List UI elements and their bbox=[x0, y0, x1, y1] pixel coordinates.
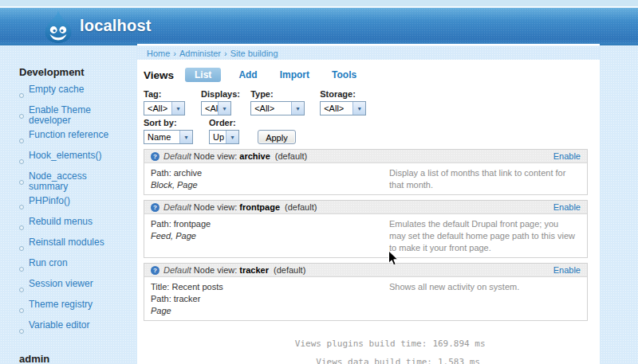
view-header: ? Default Node view: tracker (default) E… bbox=[144, 264, 587, 277]
leaf-bullet-icon bbox=[19, 281, 29, 296]
view-header: ? Default Node view: archive (default) E… bbox=[144, 150, 587, 163]
breadcrumb-site-building[interactable]: Site building bbox=[230, 49, 278, 58]
select-arrow-icon: ▾ bbox=[179, 131, 192, 143]
select-arrow-icon: ▾ bbox=[171, 102, 184, 115]
view-kind-label: Node view: bbox=[194, 265, 237, 275]
page-title: Views bbox=[144, 69, 174, 81]
sidebar-item-empty-cache[interactable]: Empty cache bbox=[19, 84, 137, 101]
view-title: Title: Recent posts bbox=[151, 281, 389, 293]
filter-type-label: Type: bbox=[250, 89, 310, 100]
leaf-bullet-icon bbox=[19, 153, 29, 167]
view-suffix: (default) bbox=[274, 265, 305, 275]
view-header: ? Default Node view: frontpage (default)… bbox=[144, 201, 587, 214]
leaf-bullet-icon bbox=[19, 87, 29, 101]
displays-select[interactable]: <All>▾ bbox=[201, 101, 231, 115]
view-row-archive: ? Default Node view: archive (default) E… bbox=[144, 149, 588, 195]
filter-order: Order: Up▾ bbox=[209, 118, 245, 144]
top-strip bbox=[0, 0, 638, 7]
leaf-bullet-icon bbox=[19, 108, 29, 122]
view-type-label: Default bbox=[163, 265, 191, 275]
view-body: Path: archive Block, Page Display a list… bbox=[144, 163, 587, 194]
select-arrow-icon: ▾ bbox=[218, 102, 230, 115]
view-type-label: Default bbox=[163, 202, 191, 212]
view-body: Title: Recent posts Path: tracker Page S… bbox=[144, 277, 587, 320]
site-name[interactable]: localhost bbox=[80, 17, 152, 35]
leaf-bullet-icon bbox=[19, 219, 29, 233]
select-arrow-icon: ▾ bbox=[352, 102, 365, 115]
view-suffix: (default) bbox=[285, 202, 317, 212]
tag-select[interactable]: <All>▾ bbox=[144, 101, 185, 115]
main-content-panel: Home›Administer›Site building Views List… bbox=[137, 44, 600, 364]
sidebar-item-session-viewer[interactable]: Session viewer bbox=[19, 279, 137, 296]
breadcrumb-separator: › bbox=[224, 49, 227, 58]
enable-link[interactable]: Enable bbox=[553, 202, 581, 212]
sidebar-item-rebuild-menus[interactable]: Rebuild menus bbox=[19, 217, 137, 233]
sidebar: Development Empty cache Enable Theme dev… bbox=[0, 45, 137, 364]
sidebar-item-theme-registry[interactable]: Theme registry bbox=[19, 299, 137, 316]
sidebar-heading-development: Development bbox=[19, 66, 137, 78]
select-arrow-icon: ▾ bbox=[226, 131, 238, 143]
plugins-build-time-value: 169.894 ms bbox=[432, 339, 485, 349]
view-displays: Block, Page bbox=[151, 179, 389, 191]
order-select[interactable]: Up▾ bbox=[209, 130, 239, 144]
view-row-tracker: ? Default Node view: tracker (default) E… bbox=[144, 263, 588, 321]
leaf-bullet-icon bbox=[19, 240, 29, 254]
sidebar-item-node-access-summary[interactable]: Node_access summary bbox=[19, 171, 137, 192]
tab-import[interactable]: Import bbox=[275, 68, 314, 82]
leaf-bullet-icon bbox=[19, 323, 29, 337]
drupal-logo-icon[interactable] bbox=[42, 10, 74, 48]
view-kind-label: Node view: bbox=[194, 151, 237, 161]
sidebar-item-function-reference[interactable]: Function reference bbox=[19, 130, 137, 147]
breadcrumb-home[interactable]: Home bbox=[147, 49, 170, 58]
filter-type: Type: <All>▾ bbox=[250, 89, 310, 115]
filter-sort-by-label: Sort by: bbox=[144, 118, 199, 128]
help-icon[interactable]: ? bbox=[151, 266, 160, 275]
view-displays: Feed, Page bbox=[151, 230, 389, 242]
view-path: Path: archive bbox=[151, 167, 389, 179]
sidebar-item-run-cron[interactable]: Run cron bbox=[19, 258, 137, 275]
filter-sort-by: Sort by: Name▾ bbox=[144, 118, 199, 144]
filter-displays: Displays: <All>▾ bbox=[201, 89, 241, 115]
select-arrow-icon: ▾ bbox=[291, 102, 304, 115]
help-icon[interactable]: ? bbox=[151, 203, 160, 212]
view-name: archive bbox=[239, 151, 270, 161]
help-icon[interactable]: ? bbox=[151, 152, 160, 161]
sidebar-item-phpinfo[interactable]: PHPinfo() bbox=[19, 196, 137, 213]
view-name: tracker bbox=[239, 265, 269, 275]
sidebar-item-enable-theme-developer[interactable]: Enable Theme developer bbox=[19, 105, 137, 126]
sort-by-select[interactable]: Name▾ bbox=[144, 130, 193, 144]
filter-displays-label: Displays: bbox=[201, 89, 241, 100]
enable-link[interactable]: Enable bbox=[553, 265, 581, 275]
tab-tools[interactable]: Tools bbox=[327, 68, 361, 82]
view-description: Display a list of months that link to co… bbox=[389, 167, 581, 191]
breadcrumb-separator: › bbox=[173, 49, 176, 58]
enable-link[interactable]: Enable bbox=[553, 151, 581, 161]
tab-add[interactable]: Add bbox=[234, 68, 262, 82]
breadcrumb-administer[interactable]: Administer bbox=[179, 49, 221, 58]
drupal-admin-page: localhost Development Empty cache Enable… bbox=[0, 0, 638, 364]
apply-button[interactable]: Apply bbox=[258, 130, 296, 144]
data-build-time-value: 1.583 ms bbox=[438, 357, 480, 364]
type-select[interactable]: <All>▾ bbox=[250, 101, 305, 115]
storage-select[interactable]: <All>▾ bbox=[320, 101, 366, 115]
view-path: Path: frontpage bbox=[151, 218, 389, 230]
breadcrumb: Home›Administer›Site building bbox=[137, 45, 600, 60]
filter-tag: Tag: <All>▾ bbox=[144, 89, 191, 115]
view-name: frontpage bbox=[239, 202, 280, 212]
view-row-frontpage: ? Default Node view: frontpage (default)… bbox=[144, 200, 588, 258]
site-header: localhost bbox=[0, 8, 638, 45]
leaf-bullet-icon bbox=[19, 132, 29, 147]
filter-storage-label: Storage: bbox=[320, 89, 369, 100]
leaf-bullet-icon bbox=[19, 198, 29, 213]
view-description: Shows all new activity on system. bbox=[389, 281, 581, 317]
filters: Tag: <All>▾ Displays: <All>▾ Type: <All>… bbox=[144, 89, 593, 144]
sidebar-item-hook-elements[interactable]: Hook_elements() bbox=[19, 151, 137, 167]
sidebar-item-reinstall-modules[interactable]: Reinstall modules bbox=[19, 237, 137, 254]
plugins-build-time: Views plugins build time: 169.894 ms bbox=[137, 339, 600, 349]
view-suffix: (default) bbox=[275, 151, 307, 161]
view-path: Path: tracker bbox=[151, 293, 389, 305]
sidebar-item-variable-editor[interactable]: Variable editor bbox=[19, 320, 137, 337]
leaf-bullet-icon bbox=[19, 260, 29, 275]
title-row: Views List Add Import Tools bbox=[144, 67, 593, 83]
tab-list[interactable]: List bbox=[185, 68, 221, 82]
